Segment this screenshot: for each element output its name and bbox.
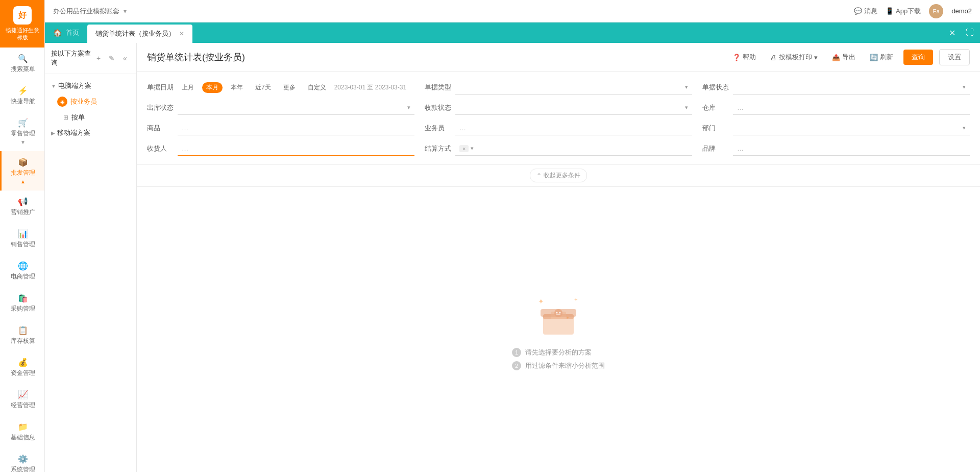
print-arrow: ▾: [814, 54, 818, 61]
app-download-button[interactable]: 📱 App下载: [886, 7, 921, 16]
add-scheme-button[interactable]: +: [93, 53, 104, 63]
salesperson-control[interactable]: …: [455, 121, 692, 135]
tree-section: ▼ 电脑端方案 ◉ 按业务员 ⊞ 按单 ▶ 移动端方案: [45, 74, 136, 145]
sidebar-item-wholesale[interactable]: 📦 批发管理 ▲: [0, 151, 44, 191]
tree-desktop-section[interactable]: ▼ 电脑端方案: [45, 78, 136, 93]
close-window-icon[interactable]: ✕: [949, 28, 955, 38]
message-button[interactable]: 💬 消息: [854, 7, 877, 16]
page-header: 销货单统计表(按业务员) ❓ 帮助 🖨 按模板打印 ▾ 📤 导出: [137, 43, 980, 72]
marketing-icon: 📢: [18, 197, 28, 206]
goods-control[interactable]: …: [178, 121, 414, 135]
settlement-control[interactable]: × ▾: [455, 141, 692, 156]
order-status-arrow: ▾: [963, 84, 966, 90]
sidebar-item-label: 搜索菜单: [11, 65, 35, 74]
help-icon: ❓: [732, 54, 741, 61]
filter-brand: 品牌 …: [702, 141, 970, 156]
maximize-icon[interactable]: ⛶: [966, 28, 974, 37]
sidebar-item-label: 基础信息: [11, 433, 35, 442]
brand-control[interactable]: …: [733, 141, 970, 156]
sidebar-item-sales[interactable]: 📊 销售管理: [0, 223, 44, 255]
sidebar-item-shortcut[interactable]: ⚡ 快捷导航: [0, 80, 44, 112]
inventory-icon: 📋: [18, 325, 28, 335]
department-label: 部门: [702, 124, 733, 133]
svg-text:✦: ✦: [538, 297, 544, 305]
sidebar-item-label: 营销推广: [11, 208, 35, 217]
tab-close-button[interactable]: ✕: [179, 30, 184, 37]
date-pill-this-month[interactable]: 本月: [202, 82, 223, 93]
settlement-tag-close[interactable]: ×: [462, 146, 465, 152]
collapse-btn-row: ⌃ 收起更多条件: [137, 164, 980, 187]
filter-warehouse: 仓库 …: [702, 101, 970, 115]
sidebar-item-search[interactable]: 🔍 搜索菜单: [0, 48, 44, 80]
date-pill-this-year[interactable]: 本年: [227, 82, 247, 93]
sidebar-item-label: 资金管理: [11, 369, 35, 377]
help-button[interactable]: ❓ 帮助: [728, 51, 760, 64]
refresh-button[interactable]: 🔄 刷新: [866, 51, 897, 64]
collapse-conditions-button[interactable]: ⌃ 收起更多条件: [530, 169, 587, 182]
sidebar-item-retail[interactable]: 🛒 零售管理 ▼: [0, 112, 44, 151]
user-avatar[interactable]: Ea: [929, 4, 943, 18]
left-panel-actions: + ✎ «: [93, 53, 130, 63]
salesperson-label: 业务员: [425, 124, 455, 133]
by-salesperson-icon: ◉: [57, 97, 67, 107]
tree-expand-arrow: ▼: [51, 83, 56, 89]
home-icon: 🏠: [53, 29, 62, 37]
consignee-control[interactable]: …: [178, 141, 414, 156]
tab-sales-stat[interactable]: 销货单统计表（按业务员） ✕: [87, 25, 192, 43]
basic-icon: 📁: [18, 422, 28, 432]
filter-order-date: 单据日期 上月 本月 本年 近7天 更多 自定义 2023-03-01 至 20…: [147, 82, 414, 93]
sidebar-item-purchase[interactable]: 🛍️ 采购管理: [0, 287, 44, 319]
goods-label: 商品: [147, 124, 178, 133]
date-pill-more[interactable]: 更多: [279, 82, 300, 93]
finance-icon: 💰: [18, 358, 28, 367]
page-title: 销货单统计表(按业务员): [147, 51, 245, 63]
department-control[interactable]: ▾: [733, 121, 970, 135]
sidebar-item-label: 库存核算: [11, 337, 35, 345]
tree-child-by-salesperson[interactable]: ◉ 按业务员: [51, 93, 136, 110]
retail-arrow: ▼: [20, 139, 26, 145]
order-status-control[interactable]: ▾: [733, 80, 970, 95]
tab-expand-button[interactable]: ✕ ⛶: [949, 28, 980, 38]
sidebar-item-ecommerce[interactable]: 🌐 电商管理: [0, 255, 44, 287]
sidebar-item-finance[interactable]: 💰 资金管理: [0, 351, 44, 384]
logo-area[interactable]: 好 畅捷通好生意 标版: [0, 0, 44, 48]
edit-scheme-button[interactable]: ✎: [107, 53, 117, 63]
sidebar: 好 畅捷通好生意 标版 🔍 搜索菜单 ⚡ 快捷导航 🛒 零售管理 ▼ 📦 批发管…: [0, 0, 45, 472]
tree-mobile-section[interactable]: ▶ 移动端方案: [45, 125, 136, 140]
order-type-arrow: ▾: [685, 84, 688, 90]
sidebar-item-basic[interactable]: 📁 基础信息: [0, 416, 44, 448]
message-icon: 💬: [854, 7, 862, 15]
filter-goods: 商品 …: [147, 121, 414, 135]
sidebar-item-system[interactable]: ⚙️ 系统管理: [0, 448, 44, 472]
order-type-control[interactable]: ▾: [455, 80, 692, 95]
sidebar-item-marketing[interactable]: 📢 营销推广: [0, 191, 44, 223]
print-button[interactable]: 🖨 按模板打印 ▾: [766, 51, 822, 64]
date-pill-7days[interactable]: 近7天: [251, 82, 275, 93]
sidebar-item-operations[interactable]: 📈 经营管理: [0, 384, 44, 416]
topbar-left: 办公用品行业模拟账套 ▾: [53, 7, 846, 16]
ecommerce-icon: 🌐: [18, 261, 28, 271]
sidebar-item-label: 销售管理: [11, 240, 35, 249]
settings-button[interactable]: 设置: [939, 49, 970, 65]
topbar: 办公用品行业模拟账套 ▾ 💬 消息 📱 App下载 Ea demo2: [45, 0, 980, 22]
export-button[interactable]: 📤 导出: [828, 51, 860, 64]
tree-grandchild-by-order[interactable]: ⊞ 按单: [51, 110, 136, 125]
date-pill-last-month[interactable]: 上月: [178, 82, 198, 93]
logo-text: 畅捷通好生意 标版: [4, 27, 40, 41]
date-pill-custom[interactable]: 自定义: [304, 82, 330, 93]
tab-home[interactable]: 🏠 首页: [45, 22, 87, 43]
sidebar-item-label: 采购管理: [11, 304, 35, 313]
collapse-panel-button[interactable]: «: [120, 53, 130, 63]
user-name[interactable]: demo2: [951, 7, 972, 15]
receipt-status-control[interactable]: ▾: [455, 101, 692, 115]
wholesale-icon: 📦: [18, 157, 28, 167]
receipt-status-label: 收款状态: [425, 103, 455, 112]
query-button[interactable]: 查询: [903, 50, 933, 65]
workspace-dropdown-arrow[interactable]: ▾: [124, 8, 127, 15]
sidebar-item-inventory[interactable]: 📋 库存核算: [0, 319, 44, 351]
filter-receipt-status: 收款状态 ▾: [425, 101, 692, 115]
settlement-tag: ×: [459, 145, 469, 152]
warehouse-control[interactable]: …: [733, 101, 970, 115]
empty-text: 1 请先选择要分析的方案 2 用过滤条件来缩小分析范围: [512, 348, 605, 370]
stock-status-control[interactable]: ▾: [178, 101, 414, 115]
